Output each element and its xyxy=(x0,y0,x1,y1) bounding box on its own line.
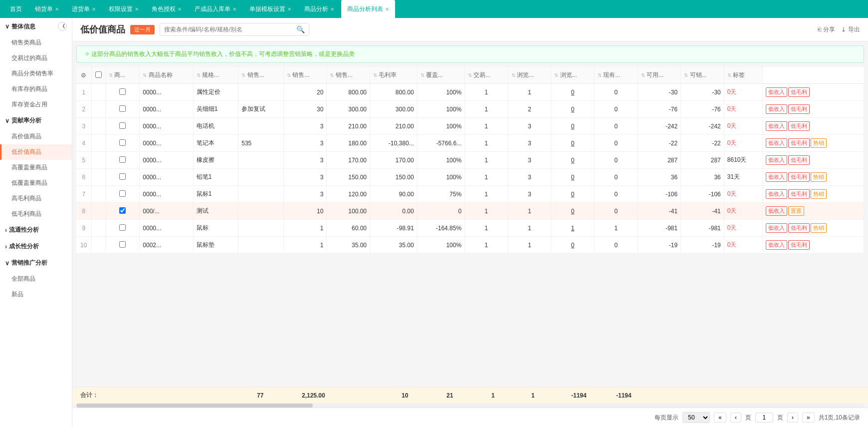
row-checkbox[interactable] xyxy=(119,122,126,129)
close-icon[interactable]: ✕ xyxy=(135,6,139,12)
sidebar-item-new-products[interactable]: 新品 xyxy=(0,287,72,302)
row-checkbox[interactable] xyxy=(119,224,126,231)
cell-checkbox[interactable] xyxy=(105,186,140,203)
nav-role-auth[interactable]: 角色授权 ✕ xyxy=(146,0,188,18)
nav-product-analysis[interactable]: 商品分析 ✕ xyxy=(298,0,340,18)
nav-sales-order[interactable]: 销货单 ✕ xyxy=(29,0,65,18)
close-icon[interactable]: ✕ xyxy=(232,6,236,12)
last-page-button[interactable]: » xyxy=(802,413,815,423)
cell-row-num: 8 xyxy=(76,203,91,220)
close-icon[interactable]: ✕ xyxy=(178,6,182,12)
nav-permissions[interactable]: 权限设置 ✕ xyxy=(103,0,145,18)
cell-trade: 2 xyxy=(508,101,551,118)
nav-purchase-order[interactable]: 进货单 ✕ xyxy=(66,0,102,18)
sidebar-group-growth[interactable]: › 成长性分析 xyxy=(0,238,72,255)
row-checkbox[interactable] xyxy=(119,190,126,197)
table-wrapper[interactable]: ⚙ ⇅ 商... ⇅ 商品名称 ⇅ 规格... ⇅ 销售... ⇅ 销售... … xyxy=(72,67,868,387)
sidebar-item-high-coverage[interactable]: 高覆盖量商品 xyxy=(0,160,72,175)
cell-row-num: 1 xyxy=(76,84,91,101)
close-icon[interactable]: ✕ xyxy=(385,6,389,12)
next-page-button[interactable]: › xyxy=(787,413,798,423)
collapse-button[interactable]: 《 xyxy=(58,22,67,31)
cell-trade: 1 xyxy=(508,84,551,101)
cell-browse1[interactable]: 0 xyxy=(551,152,595,169)
row-checkbox[interactable] xyxy=(119,88,126,95)
cell-checkbox[interactable] xyxy=(105,237,140,254)
sidebar-item-high-value[interactable]: 高价值商品 xyxy=(0,129,72,144)
sidebar-item-low-value[interactable]: 低价值商品 xyxy=(0,144,72,160)
cell-browse1[interactable]: 0 xyxy=(551,135,595,152)
row-checkbox[interactable] xyxy=(119,207,126,214)
sidebar-item-low-coverage[interactable]: 低覆盖量商品 xyxy=(0,175,72,191)
row-checkbox[interactable] xyxy=(119,156,126,163)
close-icon[interactable]: ✕ xyxy=(330,6,334,12)
sidebar-group-marketing[interactable]: ∨ 营销推广分析 xyxy=(0,255,72,271)
cell-checkbox[interactable] xyxy=(105,84,140,101)
cell-browse1[interactable]: 0 xyxy=(551,203,595,220)
row-checkbox[interactable] xyxy=(119,105,126,112)
cell-browse1[interactable]: 0 xyxy=(551,101,595,118)
nav-product-inbound[interactable]: 产成品入库单 ✕ xyxy=(189,0,242,18)
scroll-thumb[interactable] xyxy=(76,404,313,408)
horizontal-scrollbar[interactable] xyxy=(76,404,864,408)
row-checkbox[interactable] xyxy=(119,241,126,248)
sidebar-item-traded-products[interactable]: 交易过的商品 xyxy=(0,50,72,66)
sidebar-item-all-products[interactable]: 全部商品 xyxy=(0,271,72,287)
cell-checkbox[interactable] xyxy=(105,169,140,186)
cell-browse1[interactable]: 0 xyxy=(551,84,595,101)
cell-checkbox[interactable] xyxy=(105,152,140,169)
cell-browse2: 0 xyxy=(594,118,638,135)
per-page-select[interactable]: 50 100 xyxy=(682,412,710,423)
nav-product-analysis-list[interactable]: 商品分析列表 ✕ xyxy=(341,0,395,18)
content-area: 低价值商品 近一月 🔍 ⎗ 分享 ⤓ 导出 ✧ 这部分商品的销售收入大幅低于商品… xyxy=(72,18,868,427)
cell-browse1[interactable]: 0 xyxy=(551,169,595,186)
close-icon[interactable]: ✕ xyxy=(92,6,96,12)
th-gear[interactable]: ⚙ xyxy=(76,67,91,84)
cell-sale-price: 180.00 xyxy=(327,135,370,152)
cell-browse1[interactable]: 0 xyxy=(551,186,595,203)
search-icon[interactable]: 🔍 xyxy=(296,25,305,33)
cell-gear xyxy=(91,152,105,169)
cell-spec xyxy=(238,169,284,186)
sidebar-item-sales-products[interactable]: 销售类商品 xyxy=(0,35,72,50)
sidebar-item-high-margin[interactable]: 高毛利商品 xyxy=(0,191,72,206)
sidebar-item-stock-capital[interactable]: 库存资金占用 xyxy=(0,97,72,112)
date-filter-tag[interactable]: 近一月 xyxy=(130,25,155,34)
cell-checkbox[interactable] xyxy=(105,101,140,118)
prev-page-button[interactable]: ‹ xyxy=(730,413,741,423)
sidebar-group-flow[interactable]: › 流通性分析 xyxy=(0,222,72,238)
cell-checkbox[interactable] xyxy=(105,203,140,220)
sidebar-group-overall[interactable]: ∨ 整体信息 《 xyxy=(0,18,72,35)
close-icon[interactable]: ✕ xyxy=(287,6,291,12)
sidebar-item-low-margin[interactable]: 低毛利商品 xyxy=(0,206,72,222)
cell-sale-qty: 3 xyxy=(283,118,327,135)
row-checkbox[interactable] xyxy=(119,173,126,180)
cell-browse1[interactable]: 0 xyxy=(551,118,595,135)
nav-home[interactable]: 首页 xyxy=(4,0,28,18)
cell-checkbox[interactable] xyxy=(105,220,140,237)
first-page-button[interactable]: « xyxy=(714,413,726,423)
sidebar-item-stock-products[interactable]: 有库存的商品 xyxy=(0,81,72,97)
cell-spec xyxy=(238,220,284,237)
search-input[interactable] xyxy=(164,26,294,33)
cell-spec: 参加复试 xyxy=(238,101,284,118)
cell-browse1[interactable]: 1 xyxy=(551,220,595,237)
cell-coverage: 1 xyxy=(465,135,508,152)
search-box[interactable]: 🔍 xyxy=(160,23,309,36)
cell-browse1[interactable]: 0 xyxy=(551,237,595,254)
select-all-checkbox[interactable] xyxy=(95,71,102,78)
cell-available: -981 xyxy=(681,220,724,237)
sidebar-group-contribution[interactable]: ∨ 贡献率分析 xyxy=(0,112,72,129)
nav-template-settings[interactable]: 单据模板设置 ✕ xyxy=(243,0,297,18)
cell-sale-amount: 210.00 xyxy=(370,118,418,135)
cell-current-stock: -22 xyxy=(638,135,681,152)
page-number-input[interactable] xyxy=(755,413,773,423)
cell-checkbox[interactable] xyxy=(105,135,140,152)
close-icon[interactable]: ✕ xyxy=(55,6,59,12)
row-checkbox[interactable] xyxy=(119,139,126,146)
th-checkbox[interactable] xyxy=(91,67,105,84)
export-button[interactable]: ⤓ 导出 xyxy=(841,25,860,34)
cell-checkbox[interactable] xyxy=(105,118,140,135)
sidebar-item-category-sales-rate[interactable]: 商品分类销售率 xyxy=(0,66,72,81)
share-button[interactable]: ⎗ 分享 xyxy=(818,25,835,34)
